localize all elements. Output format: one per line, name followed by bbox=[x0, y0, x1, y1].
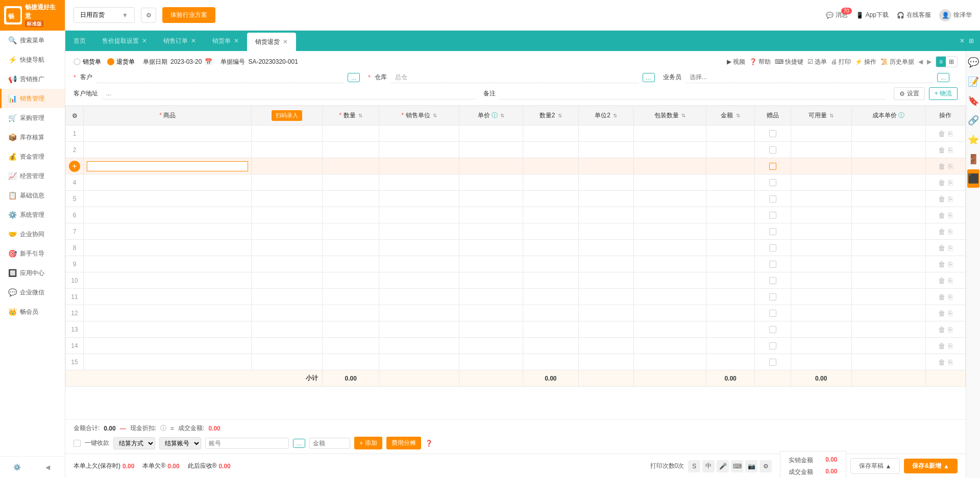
sidebar-item-newguide[interactable]: 🎯 新手引导 bbox=[0, 244, 65, 263]
shortcut-btn[interactable]: ⌨ 快捷键 bbox=[775, 58, 803, 66]
cell-qty-3[interactable] bbox=[323, 158, 379, 174]
next-record-btn[interactable]: ▶ bbox=[927, 58, 932, 65]
dots-ellipsis[interactable]: ... bbox=[293, 439, 305, 448]
customer-dots-btn[interactable]: ... bbox=[348, 73, 360, 82]
warehouse-dots-btn[interactable]: ... bbox=[643, 73, 655, 82]
delete-row-4[interactable]: 🗑 bbox=[938, 179, 945, 187]
sort-unit-icon[interactable]: ⇅ bbox=[433, 113, 437, 118]
delete-row-7[interactable]: 🗑 bbox=[938, 228, 945, 236]
sidebar-item-appcenter[interactable]: 🔲 应用中心 bbox=[0, 263, 65, 283]
sidebar-collapse-btn[interactable]: ◀ bbox=[35, 461, 61, 474]
online-service-btn[interactable]: 🎧 在线客服 bbox=[897, 11, 931, 19]
delete-row-2[interactable]: 🗑 bbox=[938, 146, 945, 154]
gift-checkbox-7[interactable] bbox=[769, 228, 776, 235]
add-row-btn[interactable]: + bbox=[69, 161, 80, 172]
tab-sales-order[interactable]: 销售订单 ✕ bbox=[155, 31, 204, 51]
s-icon-btn[interactable]: S bbox=[688, 460, 700, 472]
gift-checkbox-3[interactable] bbox=[769, 163, 776, 170]
cell-unit2-1[interactable] bbox=[578, 125, 634, 142]
gift-checkbox-5[interactable] bbox=[769, 195, 776, 203]
th-gear[interactable]: ⚙ bbox=[66, 106, 84, 125]
right-btn-customer-service[interactable]: 💬 bbox=[967, 53, 979, 71]
copy-row-13[interactable]: ⎘ bbox=[948, 325, 952, 334]
sort-price-icon[interactable]: ⇅ bbox=[500, 113, 504, 118]
sort-available-icon[interactable]: ⇅ bbox=[829, 113, 834, 118]
app-download-btn[interactable]: 📱 App下载 bbox=[856, 11, 889, 19]
tab-sales-order-close[interactable]: ✕ bbox=[191, 37, 196, 44]
sidebar-item-enterprise[interactable]: 🤝 企业协同 bbox=[0, 224, 65, 244]
tab-sales-delivery-close[interactable]: ✕ bbox=[234, 37, 239, 44]
copy-row-1[interactable]: ⎘ bbox=[948, 130, 952, 138]
copy-row-9[interactable]: ⎘ bbox=[948, 260, 952, 268]
history-btn[interactable]: 📜 历史单据 bbox=[880, 58, 914, 66]
right-btn-link[interactable]: 🔗 bbox=[967, 111, 979, 130]
delete-row-5[interactable]: 🗑 bbox=[938, 195, 945, 203]
cell-amount-1[interactable] bbox=[706, 125, 755, 142]
tab-home[interactable]: 首页 bbox=[65, 31, 94, 51]
cell-product-1[interactable] bbox=[84, 125, 252, 142]
delete-row-3[interactable]: 🗑 bbox=[938, 162, 945, 170]
cell-qty2-3[interactable] bbox=[523, 158, 579, 174]
sort-amount-icon[interactable]: ⇅ bbox=[736, 113, 740, 118]
sidebar-item-sales[interactable]: 📊 销售管理 bbox=[0, 89, 65, 108]
user-profile-btn[interactable]: 👤 徐泽华 bbox=[939, 9, 972, 21]
cell-pkgqty-3[interactable] bbox=[634, 158, 706, 174]
right-btn-bookmark[interactable]: 🔖 bbox=[967, 92, 979, 110]
expand-icon[interactable]: ⊞ bbox=[969, 37, 974, 44]
gift-checkbox-12[interactable] bbox=[769, 310, 776, 317]
copy-row-2[interactable]: ⎘ bbox=[948, 146, 952, 154]
gift-checkbox-2[interactable] bbox=[769, 146, 776, 154]
delete-row-6[interactable]: 🗑 bbox=[938, 211, 945, 219]
delete-row-13[interactable]: 🗑 bbox=[938, 325, 945, 334]
tab-sales-delivery[interactable]: 销货单 ✕ bbox=[204, 31, 247, 51]
staff-dots-btn[interactable]: ... bbox=[937, 73, 949, 82]
tab-price-setting[interactable]: 售价提取设置 ✕ bbox=[94, 31, 155, 51]
save-draft-btn[interactable]: 保存草稿 ▲ bbox=[850, 458, 900, 474]
copy-row-14[interactable]: ⎘ bbox=[948, 342, 952, 350]
print-btn[interactable]: 🖨 打印 bbox=[831, 58, 851, 66]
copy-row-6[interactable]: ⎘ bbox=[948, 211, 952, 219]
customer-input[interactable] bbox=[96, 71, 344, 83]
sort-pkgqty-icon[interactable]: ⇅ bbox=[681, 113, 685, 118]
copy-row-5[interactable]: ⎘ bbox=[948, 195, 952, 203]
cell-unit-1[interactable] bbox=[379, 125, 459, 142]
cell-price-2[interactable] bbox=[459, 142, 523, 158]
gift-checkbox-6[interactable] bbox=[769, 212, 776, 219]
gift-checkbox-8[interactable] bbox=[769, 244, 776, 251]
sidebar-item-quicknav[interactable]: ⚡ 快捷导航 bbox=[0, 50, 65, 69]
delete-row-11[interactable]: 🗑 bbox=[938, 293, 945, 301]
right-btn-scan[interactable]: ⬛ bbox=[967, 169, 979, 188]
prev-record-btn[interactable]: ◀ bbox=[918, 58, 923, 65]
cell-amount-3[interactable] bbox=[706, 158, 755, 174]
category-select[interactable]: 日用百货 ▼ bbox=[74, 7, 135, 23]
trial-btn[interactable]: 体验行业方案 bbox=[162, 7, 215, 23]
copy-row-12[interactable]: ⎘ bbox=[948, 309, 952, 317]
cell-qty-2[interactable] bbox=[323, 142, 379, 158]
add-fee-btn[interactable]: + 添加 bbox=[354, 437, 382, 449]
copy-row-4[interactable]: ⎘ bbox=[948, 179, 952, 187]
view-grid-btn[interactable]: ≡ bbox=[936, 57, 946, 67]
fee-amount-input[interactable] bbox=[309, 438, 350, 449]
sort-unit2-icon[interactable]: ⇅ bbox=[613, 113, 617, 118]
sidebar-item-finance[interactable]: 💰 资金管理 bbox=[0, 147, 65, 166]
sidebar-item-inventory[interactable]: 📦 库存核算 bbox=[0, 128, 65, 147]
cell-unit-2[interactable] bbox=[379, 142, 459, 158]
gift-checkbox-14[interactable] bbox=[769, 342, 776, 349]
logistics-btn[interactable]: + 物流 bbox=[929, 87, 958, 100]
tab-sales-return-close[interactable]: ✕ bbox=[283, 38, 288, 45]
cell-pkgqty-1[interactable] bbox=[634, 125, 706, 142]
gift-checkbox-4[interactable] bbox=[769, 179, 776, 186]
address-input[interactable] bbox=[102, 88, 475, 99]
gift-checkbox-9[interactable] bbox=[769, 261, 776, 268]
operate-btn[interactable]: ⚡ 操作 bbox=[855, 58, 876, 66]
cell-qty-1[interactable] bbox=[323, 125, 379, 142]
gift-checkbox-15[interactable] bbox=[769, 359, 776, 366]
zh-icon-btn[interactable]: 中 bbox=[702, 460, 715, 472]
sidebar-item-member[interactable]: 👑 畅会员 bbox=[0, 302, 65, 321]
radio-return[interactable]: 退货单 bbox=[107, 58, 135, 66]
settlement-method-select[interactable]: 结算方式 bbox=[113, 437, 155, 449]
view-list-btn[interactable]: ⊞ bbox=[946, 57, 957, 67]
help-btn[interactable]: ❓ 帮助 bbox=[749, 58, 771, 66]
sidebar-item-system[interactable]: ⚙️ 系统管理 bbox=[0, 205, 65, 224]
cell-price-3[interactable] bbox=[459, 158, 523, 174]
